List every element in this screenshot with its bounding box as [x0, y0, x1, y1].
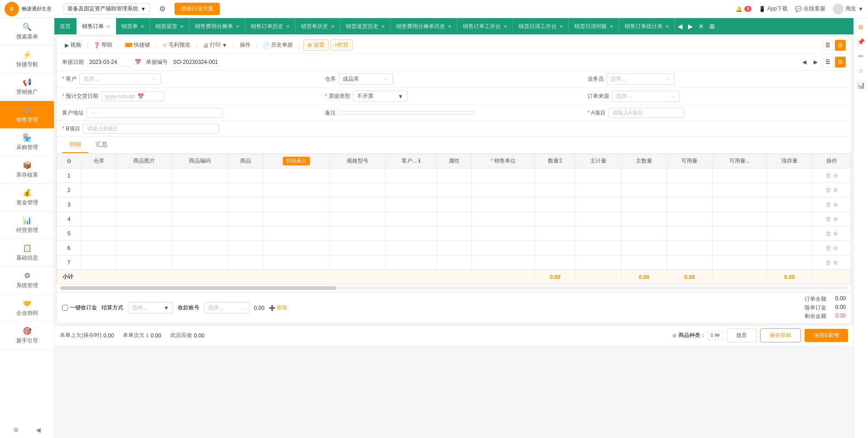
- row-attr[interactable]: [436, 168, 472, 183]
- notification-bell[interactable]: 🔔 9: [736, 6, 752, 12]
- info-icon[interactable]: ℹ: [418, 158, 421, 164]
- tab-sales-order[interactable]: 销售订单 ✕: [77, 18, 116, 34]
- tab-more-btn[interactable]: ⊞: [707, 23, 718, 30]
- date-value[interactable]: 2023-03-24: [87, 58, 132, 67]
- industry-btn[interactable]: 体验行业方案: [175, 3, 220, 15]
- shortcuts-btn[interactable]: ⌨ 快捷键: [122, 40, 153, 50]
- sidebar-item-basic-info[interactable]: 📋 基础信息: [0, 239, 54, 267]
- delete-icon[interactable]: 🗑: [825, 259, 831, 266]
- nav-next-btn[interactable]: ▶: [811, 57, 820, 67]
- ellipsis-icon[interactable]: ···: [666, 76, 670, 82]
- tab-daily-workbench[interactable]: 钱货日清工作台 ✕: [513, 18, 569, 34]
- save-draft-btn[interactable]: 保存草稿: [760, 328, 801, 342]
- info-icon[interactable]: ℹ: [146, 332, 149, 339]
- sidebar-item-inventory[interactable]: 📦 库存核算: [0, 156, 54, 184]
- settings-icon[interactable]: ⚙: [155, 0, 170, 18]
- ellipsis-icon[interactable]: ···: [384, 76, 389, 82]
- right-panel-icon-1[interactable]: ⚙: [856, 22, 867, 33]
- row-customer-code[interactable]: [385, 168, 436, 183]
- calendar-icon[interactable]: 📅: [137, 93, 144, 100]
- help-btn[interactable]: ❓ 帮助: [91, 40, 115, 50]
- one-click-order-check[interactable]: 一键收订金: [62, 304, 97, 312]
- tab-daily-reconcile[interactable]: 钱货日清对账 ✕: [569, 18, 619, 34]
- copy-icon[interactable]: ⊕: [833, 259, 838, 266]
- settings-bottom-icon[interactable]: ⚙: [13, 426, 19, 433]
- col-settings[interactable]: ⚙: [57, 154, 81, 168]
- close-icon[interactable]: ✕: [559, 24, 563, 29]
- right-panel-icon-3[interactable]: ✏: [856, 51, 867, 62]
- payment-method-select[interactable]: 选择... ▼: [128, 302, 173, 313]
- tab-return-history[interactable]: 销货退货历史 ✕: [340, 18, 391, 34]
- close-icon[interactable]: ✕: [381, 24, 385, 29]
- sidebar-item-guide[interactable]: 🎯 新手引导: [0, 322, 54, 350]
- tab-close-all-btn[interactable]: ✕: [696, 23, 707, 30]
- view-btn[interactable]: ▶ 视频: [62, 40, 84, 50]
- payment-account-select[interactable]: 选择... ···: [204, 302, 249, 313]
- copy-icon[interactable]: ⊕: [833, 187, 838, 193]
- right-panel-icon-2[interactable]: 📌: [856, 36, 867, 47]
- tab-prev-btn[interactable]: ◀: [675, 23, 685, 30]
- tab-invoice-history[interactable]: 销货单历史 ✕: [296, 18, 340, 34]
- close-icon[interactable]: ✕: [286, 24, 290, 29]
- delete-icon[interactable]: 🗑: [825, 172, 831, 179]
- table-scrollbar[interactable]: [57, 284, 851, 292]
- sidebar-item-system[interactable]: ⚙ 系统管理: [0, 267, 54, 294]
- scan-input-btn[interactable]: 扫码录入: [283, 157, 310, 165]
- nav-prev-btn[interactable]: ◀: [800, 57, 809, 67]
- sidebar-item-enterprise[interactable]: 🤝 企业协同: [0, 294, 54, 322]
- sidebar-item-purchase[interactable]: 🏪 采购管理: [0, 129, 54, 156]
- app-download[interactable]: 📱 App下载: [759, 5, 788, 13]
- print-btn[interactable]: 🖨 打印 ▼: [200, 40, 230, 50]
- ellipsis-icon[interactable]: ···: [152, 76, 157, 82]
- copy-icon[interactable]: ⊕: [833, 201, 838, 208]
- notes-input[interactable]: [339, 111, 475, 115]
- sidebar-item-navigation[interactable]: ⚡ 快捷导航: [0, 46, 54, 73]
- add-column-btn[interactable]: +栏目: [330, 39, 353, 51]
- tab-home[interactable]: 首页: [54, 18, 77, 34]
- user-menu[interactable]: 用友 ▼: [833, 4, 863, 14]
- add-payment-btn[interactable]: ➕ 添加: [269, 304, 287, 312]
- delete-icon[interactable]: 🗑: [825, 201, 831, 208]
- close-icon[interactable]: ✕: [107, 24, 110, 29]
- tab-sales-return[interactable]: 销货退货 ✕: [150, 18, 189, 34]
- copy-icon[interactable]: ⊕: [833, 245, 838, 251]
- close-icon[interactable]: ✕: [448, 24, 451, 29]
- warehouse-select[interactable]: 成品库 ···: [339, 73, 393, 85]
- ellipsis-icon[interactable]: ···: [91, 110, 95, 116]
- address-select[interactable]: ···: [87, 108, 223, 118]
- tab-detail[interactable]: 明细: [62, 137, 88, 153]
- tab-order-workbench[interactable]: 销售订单工作台 ✕: [457, 18, 513, 34]
- row-main-unit[interactable]: [576, 168, 621, 183]
- row-product[interactable]: [228, 168, 263, 183]
- row-code[interactable]: [172, 168, 228, 183]
- sidebar-item-sales[interactable]: 🛒 销售管理: [0, 101, 54, 129]
- goods-count-icon[interactable]: ⊕: [672, 332, 677, 339]
- row-unit[interactable]: [472, 168, 535, 183]
- history-btn[interactable]: 📄 历史单据: [260, 40, 296, 50]
- sidebar-item-finance[interactable]: 💰 资金管理: [0, 184, 54, 212]
- row-main-qty[interactable]: [621, 168, 667, 183]
- right-panel-icon-5[interactable]: 📊: [856, 80, 867, 91]
- right-panel-icon-4[interactable]: ☆: [856, 65, 867, 76]
- tab-next-btn[interactable]: ▶: [685, 23, 696, 30]
- row-spec[interactable]: [330, 168, 385, 183]
- sidebar-item-operations[interactable]: 📊 经营管理: [0, 212, 54, 239]
- ellipsis-icon[interactable]: ···: [671, 93, 676, 100]
- a-project-input[interactable]: [608, 108, 684, 118]
- tab-sales-invoice[interactable]: 销货单 ✕: [116, 18, 150, 34]
- tab-summary[interactable]: 汇总: [88, 137, 115, 153]
- close-icon[interactable]: ✕: [331, 24, 335, 29]
- grid-icon[interactable]: ⊞: [835, 40, 846, 51]
- layout-btn[interactable]: ☰: [822, 57, 833, 67]
- calendar-icon[interactable]: 📅: [135, 59, 141, 65]
- online-support[interactable]: 💬 在线客服: [795, 5, 825, 13]
- delete-icon[interactable]: 🗑: [825, 230, 831, 237]
- ellipsis-icon[interactable]: ···: [241, 305, 245, 311]
- grid-btn[interactable]: ⊞: [835, 57, 846, 67]
- discard-btn[interactable]: 放弃: [727, 328, 756, 342]
- close-icon[interactable]: ✕: [504, 24, 507, 29]
- tab-stats[interactable]: 销售订单统计表 ✕: [619, 18, 675, 34]
- tab-sales-order-history[interactable]: 销售订单历史 ✕: [245, 18, 296, 34]
- copy-icon[interactable]: ⊕: [833, 230, 838, 237]
- save-new-btn[interactable]: 保存&新增: [805, 329, 848, 342]
